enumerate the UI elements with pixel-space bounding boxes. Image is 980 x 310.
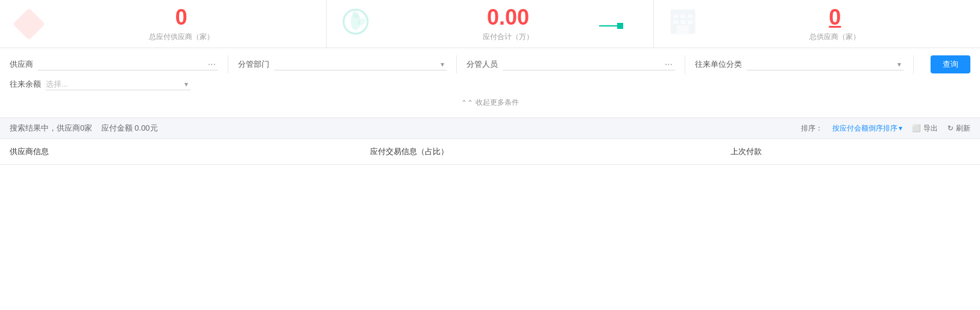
department-arrow-icon[interactable]: ▾ — [438, 60, 447, 69]
diamond-icon: ◆ — [12, 7, 46, 41]
divider-2 — [456, 55, 457, 73]
balance-arrow-icon[interactable]: ▾ — [182, 80, 190, 88]
department-input-wrapper: ▾ — [274, 58, 447, 70]
table-body — [0, 165, 980, 310]
result-bar: 搜索结果中，供应商0家 应付金额 0.00元 排序： 按应付会额倒序排序 ▾ ⬜… — [0, 118, 980, 139]
payable-total-label: 应付合计（万） — [483, 32, 533, 42]
filter-department: 分管部门 ▾ — [238, 58, 447, 70]
supplier-label: 供应商 — [10, 59, 33, 70]
export-icon: ⬜ — [912, 124, 921, 132]
refresh-button[interactable]: ↻ 刷新 — [947, 123, 970, 134]
person-input[interactable] — [503, 58, 662, 70]
collapse-bar: ⌃⌃ 收起更多条件 — [10, 95, 970, 113]
svg-text:◆: ◆ — [25, 19, 33, 29]
filter-supplier: 供应商 ··· — [10, 58, 218, 70]
payable-suppliers-number: 0 — [175, 5, 187, 29]
total-suppliers-label: 总供应商（家） — [809, 32, 860, 42]
filter-balance: 往来余额 ▾ — [10, 78, 190, 90]
svg-rect-12 — [688, 20, 693, 24]
person-input-wrapper: ··· — [503, 58, 675, 70]
result-supplier-count: 搜索结果中，供应商0家 — [10, 123, 92, 132]
stats-bar: ◆ 0 总应付供应商（家） 快速录单的快捷键说明在这里 × — [0, 0, 980, 48]
stat-total-payable-suppliers: ◆ 0 总应付供应商（家） — [0, 0, 327, 48]
unit-category-label: 往来单位分类 — [695, 59, 742, 70]
filter-row-2: 往来余额 ▾ — [10, 78, 970, 90]
department-label: 分管部门 — [238, 59, 269, 70]
unit-category-input[interactable] — [747, 58, 895, 70]
divider-4 — [913, 55, 914, 73]
table-header: 供应商信息 应付交易信息（占比） 上次付款 — [0, 139, 980, 165]
payable-total-number: 0.00 — [487, 5, 529, 29]
sort-button[interactable]: 按应付会额倒序排序 ▾ — [832, 123, 902, 134]
sort-arrow-icon: ▾ — [899, 124, 902, 132]
page-wrapper: ◆ 0 总应付供应商（家） 快速录单的快捷键说明在这里 × — [0, 0, 980, 310]
building-icon — [666, 5, 700, 39]
department-input[interactable] — [274, 58, 438, 70]
filter-unit-category: 往来单位分类 ▾ — [695, 58, 903, 70]
collapse-up-icon: ⌃⌃ — [461, 99, 473, 107]
refresh-label: 刷新 — [956, 123, 970, 134]
rice-icon — [339, 5, 372, 39]
svg-rect-13 — [677, 25, 689, 34]
person-label: 分管人员 — [466, 59, 498, 70]
total-suppliers-number: 0 — [829, 5, 841, 29]
collapse-button[interactable]: ⌃⌃ 收起更多条件 — [461, 98, 519, 108]
filter-row-1: 供应商 ··· 分管部门 ▾ 分管人员 — [10, 55, 970, 73]
supplier-input-wrapper: ··· — [38, 58, 218, 70]
stat-payable-total: 快速录单的快捷键说明在这里 × 0.00 应付合计（万） — [327, 0, 653, 48]
supplier-input[interactable] — [38, 58, 206, 70]
export-label: 导出 — [923, 123, 938, 134]
col-trade-info-header: 应付交易信息（占比） — [370, 146, 730, 157]
payable-suppliers-label: 总应付供应商（家） — [149, 32, 214, 42]
svg-rect-11 — [680, 20, 685, 24]
query-button[interactable]: 查询 — [931, 55, 970, 73]
divider-1 — [228, 55, 228, 73]
refresh-icon: ↻ — [947, 124, 953, 132]
svg-rect-7 — [673, 14, 678, 18]
balance-input[interactable] — [46, 78, 182, 90]
unit-category-input-wrapper: ▾ — [747, 58, 903, 70]
result-info: 搜索结果中，供应商0家 应付金额 0.00元 — [10, 123, 158, 134]
stat-total-suppliers: 0 总供应商（家） — [654, 0, 980, 48]
result-actions: 排序： 按应付会额倒序排序 ▾ ⬜ 导出 ↻ 刷新 — [801, 123, 970, 134]
divider-3 — [685, 55, 685, 73]
svg-rect-10 — [673, 20, 678, 24]
tooltip-line — [599, 25, 617, 26]
unit-category-arrow-icon[interactable]: ▾ — [895, 60, 903, 69]
tooltip-dot — [617, 23, 623, 29]
supplier-more-icon[interactable]: ··· — [206, 59, 218, 70]
result-amount: 应付金额 0.00元 — [101, 123, 158, 132]
col-supplier-info-header: 供应商信息 — [10, 146, 370, 157]
filter-person: 分管人员 ··· — [466, 58, 675, 70]
person-more-icon[interactable]: ··· — [662, 59, 675, 70]
balance-label: 往来余额 — [10, 79, 41, 90]
balance-input-wrapper: ▾ — [46, 78, 190, 90]
col-last-payment-header: 上次付款 — [730, 146, 971, 157]
svg-rect-9 — [688, 14, 693, 18]
collapse-label: 收起更多条件 — [476, 98, 519, 108]
svg-rect-8 — [680, 14, 685, 18]
sort-prefix: 排序： — [801, 123, 823, 134]
sort-label-text: 按应付会额倒序排序 — [832, 123, 897, 134]
export-button[interactable]: ⬜ 导出 — [912, 123, 938, 134]
filter-bar: 供应商 ··· 分管部门 ▾ 分管人员 — [0, 48, 980, 118]
